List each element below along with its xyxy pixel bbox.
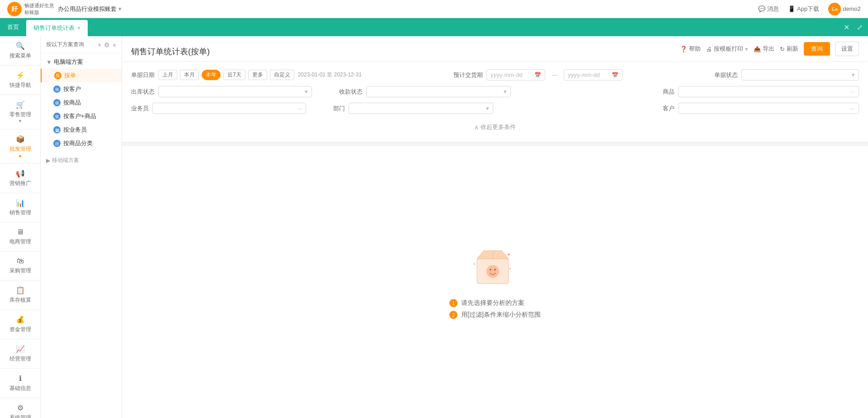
tab-home[interactable]: 首页 — [0, 18, 26, 36]
sidebar-item-ecommerce[interactable]: 🖥 电商管理 — [0, 223, 40, 252]
tree-parent-desktop[interactable]: ▼ 电脑端方案 — [41, 55, 122, 69]
left-panel: 按以下方案查询 + ⚙ « ▼ 电脑端方案 按 按单 ⊞ 按客户 — [41, 36, 122, 418]
app-download-action[interactable]: 📱 App下载 — [788, 5, 819, 13]
step-2-num: 2 — [449, 311, 458, 319]
product-dots-icon: ··· — [850, 88, 855, 95]
left-panel-title: 按以下方案查询 — [46, 41, 84, 48]
tree-child-by-order[interactable]: 按 按单 — [41, 69, 122, 82]
window-expand-btn[interactable]: ⤢ — [855, 21, 864, 33]
export-label: 导出 — [763, 45, 774, 53]
sidebar-retail-label: 零售管理 — [9, 111, 31, 119]
message-action[interactable]: 💬 消息 — [758, 5, 779, 13]
ecommerce-icon: 🖥 — [17, 228, 24, 236]
by-order-icon: 按 — [54, 72, 61, 79]
date-range-text: 2023-01-01 至 2023-12-31 — [298, 71, 362, 79]
date-quick-btns: 上月 本月 本年 近7天 更多 自定义 — [158, 70, 294, 80]
page-actions: ❓ 帮助 🖨 按模板打印 ▾ 📤 导出 ↻ 刷新 — [680, 42, 859, 62]
status-dropdown-icon: ▾ — [852, 71, 855, 78]
svg-point-2 — [490, 269, 491, 271]
date-from-placeholder: yyyy-mm-dd — [491, 71, 523, 78]
tree-child-by-category[interactable]: ⊟ 按商品分类 — [41, 137, 122, 150]
sidebar-item-search[interactable]: 🔍 搜索菜单 — [0, 36, 40, 66]
export-btn[interactable]: 📤 导出 — [754, 45, 774, 53]
settings-scheme-btn[interactable]: ⚙ — [104, 41, 110, 48]
delivery-status-select[interactable]: ▾ — [158, 86, 312, 97]
top-bar: 好 畅捷通好生意 标账版 办公用品行业模拟账套 ▾ 💬 消息 📱 App下载 E… — [0, 0, 868, 18]
download-icon: 📱 — [788, 5, 795, 12]
tab-sales-order[interactable]: 销售订单统计表 × — [26, 20, 88, 36]
dept-select[interactable]: ▾ — [349, 103, 493, 114]
sidebar-ecommerce-label: 电商管理 — [9, 238, 31, 246]
filter-payment-status: 收款状态 ▾ — [339, 86, 511, 97]
query-btn[interactable]: 查询 — [804, 42, 830, 56]
window-close-btn[interactable]: ✕ — [842, 21, 851, 33]
sidebar-item-purchase[interactable]: 🛍 采购管理 — [0, 252, 40, 280]
refresh-btn[interactable]: ↻ 刷新 — [780, 45, 798, 53]
step-2-text: 用[过滤]条件来缩小分析范围 — [461, 311, 541, 319]
empty-content: ✦ ✦ ✦ 1 请先选择要分析的方案 2 用[过滤]条件来缩小分析范围 — [449, 245, 541, 319]
status-select[interactable]: ▾ — [741, 69, 859, 81]
collapse-btn[interactable]: ∧ 收起更多条件 — [474, 123, 516, 131]
help-btn[interactable]: ❓ 帮助 — [680, 45, 701, 53]
sidebar-item-operations[interactable]: 📈 经营管理 — [0, 339, 40, 369]
date-to-input[interactable]: yyyy-mm-dd 📅 — [564, 69, 623, 81]
title-dropdown-icon[interactable]: ▾ — [118, 5, 122, 12]
tab-close-icon[interactable]: × — [77, 25, 80, 31]
empty-step-2: 2 用[过滤]条件来缩小分析范围 — [449, 311, 541, 319]
date-from-input[interactable]: yyyy-mm-dd 📅 — [486, 69, 545, 81]
tree-child-by-salesperson[interactable]: ▦ 按业务员 — [41, 123, 122, 137]
payment-status-select[interactable]: ▾ — [366, 86, 511, 97]
collapse-label: 收起更多条件 — [481, 123, 516, 131]
logo-icon: 好 — [7, 2, 22, 16]
print-btn[interactable]: 🖨 按模板打印 ▾ — [706, 45, 748, 53]
step-1-text: 请先选择要分析的方案 — [461, 299, 524, 307]
sidebar-item-finance[interactable]: 💰 资金管理 — [0, 310, 40, 339]
collapse-up-icon: ∧ — [474, 124, 479, 131]
delivery-dropdown-icon: ▾ — [305, 88, 308, 95]
search-icon: 🔍 — [16, 42, 25, 50]
app-download-label: App下载 — [797, 5, 819, 13]
sidebar-item-basics[interactable]: ℹ 基础信息 — [0, 369, 40, 398]
tree-child-order-label: 按单 — [64, 71, 76, 80]
sidebar-item-inventory[interactable]: 📋 库存核算 — [0, 280, 40, 310]
by-product-icon: ⊞ — [53, 99, 61, 106]
date-btn-7days[interactable]: 近7天 — [223, 70, 245, 80]
username-label: demo2 — [843, 5, 861, 12]
payment-dropdown-icon: ▾ — [504, 88, 507, 95]
sidebar-item-marketing[interactable]: 📢 营销推广 — [0, 164, 40, 193]
query-label: 查询 — [811, 45, 823, 53]
customer-input[interactable]: ··· — [678, 103, 859, 114]
add-scheme-btn[interactable]: + — [98, 41, 101, 48]
tree-child-by-customer-product[interactable]: ⊞ 按客户+商品 — [41, 109, 122, 123]
date-btn-this-year[interactable]: 本年 — [202, 70, 221, 80]
delivery-status-label: 出库状态 — [131, 88, 155, 96]
tab-sales-order-label: 销售订单统计表 — [33, 24, 75, 32]
operations-icon: 📈 — [16, 345, 25, 353]
settings-label: 设置 — [841, 45, 853, 53]
date-btn-last-month[interactable]: 上月 — [158, 70, 177, 80]
date-btn-custom[interactable]: 自定义 — [270, 70, 294, 80]
salesperson-input[interactable]: ··· — [152, 103, 306, 114]
sidebar-item-retail[interactable]: 🛒 零售管理 ▼ — [0, 95, 40, 129]
tree-child-by-product[interactable]: ⊞ 按商品 — [41, 96, 122, 109]
tree-child-by-customer[interactable]: ⊞ 按客户 — [41, 82, 122, 96]
collapse-panel-btn[interactable]: « — [113, 41, 116, 48]
sidebar-item-shortcuts[interactable]: ⚡ 快捷导航 — [0, 66, 40, 95]
sidebar-item-sales[interactable]: 📊 销售管理 — [0, 193, 40, 223]
user-area[interactable]: Ea demo2 — [828, 3, 861, 15]
tree-parent-mobile[interactable]: ▶ 移动端方案 — [41, 154, 122, 167]
svg-text:✦: ✦ — [509, 267, 512, 271]
empty-illustration: ✦ ✦ ✦ — [468, 245, 522, 292]
customer-label: 客户 — [663, 104, 675, 113]
tree-section-mobile: ▶ 移动端方案 — [41, 152, 122, 169]
sidebar-item-system[interactable]: ⚙ 系统管理 — [0, 398, 40, 418]
mobile-section-label: 移动端方案 — [52, 157, 79, 164]
date-btn-more[interactable]: 更多 — [248, 70, 267, 80]
filter-customer: 客户 ··· — [663, 103, 859, 114]
filter-expected-date: 预计交货期 yyyy-mm-dd 📅 — yyyy-mm-dd 📅 — [453, 69, 623, 81]
content-area: 按以下方案查询 + ⚙ « ▼ 电脑端方案 按 按单 ⊞ 按客户 — [41, 36, 868, 418]
product-input[interactable]: ··· — [678, 86, 859, 97]
sidebar-item-wholesale[interactable]: 📦 批发管理 ▲ — [0, 129, 40, 164]
date-btn-this-month[interactable]: 本月 — [180, 70, 199, 80]
settings-btn[interactable]: 设置 — [835, 42, 859, 56]
